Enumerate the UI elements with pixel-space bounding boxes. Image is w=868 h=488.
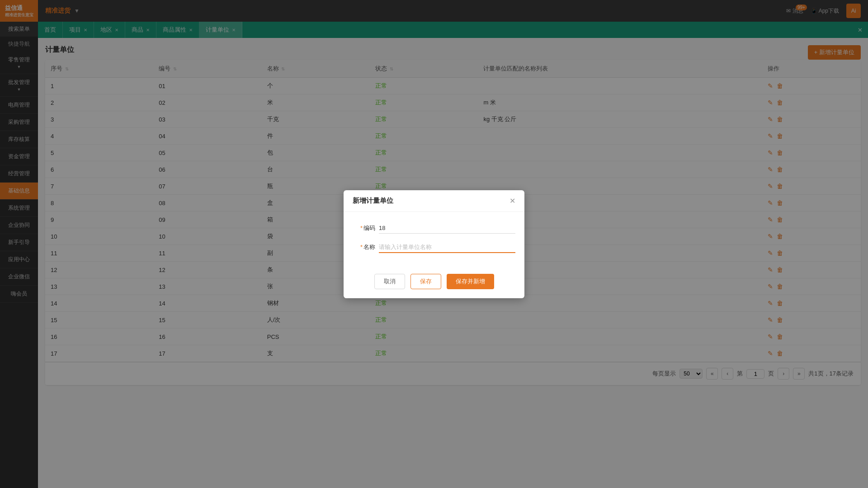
- name-label: *名称: [353, 243, 375, 251]
- modal-overlay[interactable]: 新增计量单位 ✕ *编码 *名称 取消 保存 保存并新增: [0, 0, 868, 488]
- save-and-new-button[interactable]: 保存并新增: [447, 274, 494, 289]
- name-input[interactable]: [379, 242, 515, 253]
- name-form-row: *名称: [353, 242, 515, 253]
- cancel-button[interactable]: 取消: [374, 274, 405, 289]
- modal-close-button[interactable]: ✕: [509, 197, 515, 205]
- modal-body: *编码 *名称: [344, 212, 524, 268]
- required-star-name: *: [360, 244, 363, 250]
- code-label: *编码: [353, 224, 375, 232]
- code-input[interactable]: [379, 223, 515, 234]
- save-button[interactable]: 保存: [410, 274, 441, 289]
- modal-header: 新增计量单位 ✕: [344, 190, 524, 212]
- code-form-row: *编码: [353, 223, 515, 234]
- modal-footer: 取消 保存 保存并新增: [344, 268, 524, 298]
- modal-title: 新增计量单位: [353, 197, 393, 205]
- required-star: *: [360, 225, 363, 231]
- add-unit-modal: 新增计量单位 ✕ *编码 *名称 取消 保存 保存并新增: [344, 190, 524, 298]
